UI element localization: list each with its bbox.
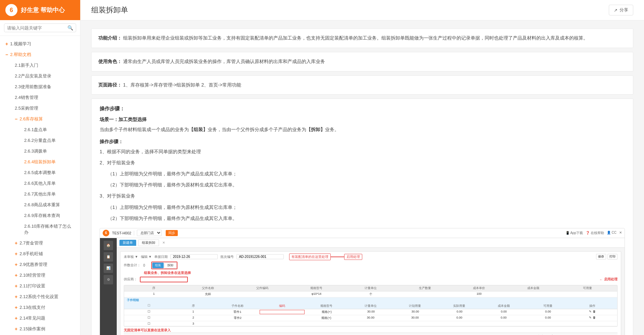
sidebar-item-label: 2.6.3调拨单: [24, 148, 47, 154]
expand-icon: +: [15, 251, 17, 257]
ss-supplier-input[interactable]: [140, 277, 188, 282]
ss-tab-assembly[interactable]: 组装拆卸: [138, 239, 159, 246]
sidebar-item-inventory[interactable]: − 2.6库存核算: [9, 114, 80, 124]
annotation3-group: 组装业务、拆卸业务在这里选择: [144, 271, 618, 275]
sidebar-item-install[interactable]: 2.2产品安装及登录: [9, 71, 80, 81]
ss-cell-unit: 个: [343, 292, 398, 296]
sidebar-item-partial-stocktake[interactable]: 2.6.2分量盘点单: [19, 135, 80, 146]
ss-form-area: 未审核 ▼ 编辑 ▼ 单据日期 批次编号 有装配清单的在这里处理: [120, 251, 621, 335]
sidebar-item-cases[interactable]: + 2.15操作案例: [9, 324, 80, 334]
ss-body: 🏠 📋 📊 ⚙ 新建单 组装拆卸 ✕: [100, 238, 625, 335]
sidebar-item-label: 2.6库存核算: [19, 116, 43, 122]
ss-cell-code: [235, 292, 289, 296]
steps-title: 操作步骤：: [100, 106, 625, 112]
sidebar-item-cost-recalc[interactable]: 2.6.8商品成本重算: [19, 200, 80, 210]
nav-sub-2-6: 2.6.1盘点单 2.6.2分量盘点单 2.6.3调拨单 2.6.4组装拆卸单 …: [9, 124, 80, 238]
step1: 1、根据不同的业务，选择不同单据的类型来处理: [100, 148, 625, 156]
sidebar-item-print[interactable]: + 2.11打印设置: [9, 281, 80, 291]
table-row: 1 光杯 φ10*14 个 100: [124, 291, 617, 297]
sidebar-item-label: 2.6.2分量盘点单: [24, 137, 56, 144]
ss-close-icon[interactable]: ✕: [619, 231, 622, 235]
sidebar-item-sales[interactable]: 2.4销售管理: [9, 92, 80, 103]
ss-batch-label: 批次编号: [220, 255, 234, 259]
sidebar-item-label: 2.13在线支付: [19, 304, 45, 311]
sidebar-item-inventory-query[interactable]: 2.6.9库存账本查询: [19, 210, 80, 221]
sidebar-item-data-prep[interactable]: 2.3使用前数据准备: [9, 81, 80, 92]
intro-label: 功能介绍：: [98, 35, 122, 41]
sidebar-item-mobile[interactable]: + 2.8手机旺铺: [9, 248, 80, 259]
role-label: 使用角色：: [98, 59, 122, 64]
sidebar-item-label: 2.10经营管理: [19, 272, 45, 278]
ss-tab-bar: 新建单 组装拆卸 ✕: [117, 238, 625, 248]
ss-cell-avail: [560, 292, 615, 296]
sidebar-item-label: 2.8手机旺铺: [19, 251, 43, 257]
app-title: 好生意 帮助中心: [21, 6, 65, 14]
ss-assembly-type-btn[interactable]: 组装: [152, 263, 164, 268]
annotation1-text: 有装配清单的在这里处理: [289, 254, 331, 260]
sidebar-item-label: 2.6.6其他入库单: [24, 180, 56, 186]
ss-col-available: 可用量: [560, 286, 615, 290]
step3-sub1: （1）上部明细为父件明细，最终作为原材料生成其它出库单；: [108, 203, 625, 212]
ss-col-cost-amount: 成本金额: [506, 286, 560, 290]
ss-date-input[interactable]: [170, 254, 218, 259]
share-icon: ↗: [614, 8, 618, 13]
ss-cell-cost-price: 100: [452, 292, 506, 296]
ss-count-value: 0: [143, 264, 145, 267]
sidebar: 6 好生意 帮助中心 🔍 + 1.视频学习 − 2.帮助文档 2.1新手入门 2…: [0, 0, 80, 335]
ss-help-icon: ❓ 在线帮助: [586, 231, 604, 235]
sidebar-item-online-pay[interactable]: + 2.13在线支付: [9, 302, 80, 313]
sidebar-item-label: 2.帮助文档: [10, 52, 31, 58]
sidebar-item-video-learning[interactable]: + 1.视频学习: [0, 39, 80, 49]
search-icon: 🔍: [67, 25, 73, 31]
sidebar-item-settings[interactable]: + 2.12系统个性化设置: [9, 291, 80, 302]
ss-sub-table-label: 子件明细: [124, 297, 617, 303]
ss-sub-table-header: ☐ 序 子件名称 编码 规格型号 计量单位 计划用量 实际用量: [124, 303, 617, 309]
sidebar-item-assembly[interactable]: 2.6.4组装拆卸单: [19, 157, 80, 167]
expand-icon: +: [15, 294, 17, 299]
assembly-keyword: 【组装】: [189, 127, 208, 132]
ss-tab-new[interactable]: 新建单: [119, 240, 136, 246]
sidebar-item-transfer[interactable]: 2.6.3调拨单: [19, 146, 80, 157]
ss-sub-col-code: 编码: [260, 304, 304, 308]
ss-table-area: 序 父件名称 父件编码 规格型号 计量单位 生产数量 成本单价 成本金额: [124, 285, 618, 327]
sidebar-item-label: 2.6.1盘点单: [24, 127, 47, 133]
ss-disassembly-type-btn[interactable]: 拆卸: [164, 263, 176, 268]
ss-select-branch[interactable]: 总部门店: [137, 230, 162, 236]
search-wrap[interactable]: 🔍: [4, 23, 76, 32]
ss-tab-close[interactable]: ✕: [162, 241, 165, 244]
role-text: 通常由生产人员或库管人员完成拆装业务的操作，库管人员确认原材料的出库和产成品的入…: [123, 59, 325, 64]
path-text: 1、库存核算->库存管理->组装拆卸单 2、首页->常用功能: [123, 82, 241, 88]
sidebar-item-label: 2.5采购管理: [15, 105, 38, 111]
annotation1-arrow: [331, 257, 344, 257]
sidebar-item-coupon[interactable]: + 2.9优惠券管理: [9, 259, 80, 270]
sidebar-item-other-in[interactable]: 2.6.6其他入库单: [19, 178, 80, 189]
sidebar-item-help-docs[interactable]: − 2.帮助文档: [0, 49, 80, 60]
ss-date-label: 单据日期: [154, 255, 168, 259]
sidebar-item-newbie[interactable]: 2.1新手入门: [9, 60, 80, 71]
search-input[interactable]: [7, 25, 67, 31]
sidebar-item-faq[interactable]: + 2.14常见问题: [9, 313, 80, 324]
ss-save-btn[interactable]: 保存: [596, 254, 606, 260]
sidebar-item-operations[interactable]: + 2.10经营管理: [9, 270, 80, 281]
ss-batch-input[interactable]: [236, 254, 284, 259]
sidebar-item-inventory-fix[interactable]: 2.6.10库存账本错了怎么办: [19, 221, 80, 238]
expand-icon: +: [15, 326, 17, 332]
sidebar-item-stocktake[interactable]: 2.6.1盘点单: [19, 124, 80, 135]
expand-icon: +: [15, 262, 17, 267]
step2: 2、对于组装业务: [100, 159, 625, 167]
sidebar-item-finance[interactable]: + 2.7资金管理: [9, 238, 80, 248]
sidebar-item-other-out[interactable]: 2.6.7其他出库单: [19, 189, 80, 200]
expand-icon: +: [15, 240, 17, 246]
ss-status-label: 未审核 ▼: [124, 255, 138, 259]
ss-list-icon: 📋: [104, 252, 113, 262]
ss-form-wrapper: 未审核 ▼ 编辑 ▼ 单据日期 批次编号 有装配清单的在这里处理: [117, 248, 625, 335]
ss-new-btn[interactable]: 同步: [166, 230, 178, 236]
ss-print-btn[interactable]: 打印: [607, 254, 618, 260]
sidebar-item-purchase[interactable]: 2.5采购管理: [9, 103, 80, 114]
page-title: 组装拆卸单: [91, 5, 128, 15]
annotation4-text: 启用处理: [604, 277, 618, 282]
ss-topbar: 6 TEST-H002 总部门店 同步 📱 App下载 ❓ 在线帮助 👤 CC: [100, 228, 625, 238]
sidebar-item-cost-adjust[interactable]: 2.6.5成本调整单: [19, 167, 80, 178]
ss-sub-col-actual: 实际用量: [437, 304, 481, 308]
share-button[interactable]: ↗ 分享: [609, 5, 633, 15]
